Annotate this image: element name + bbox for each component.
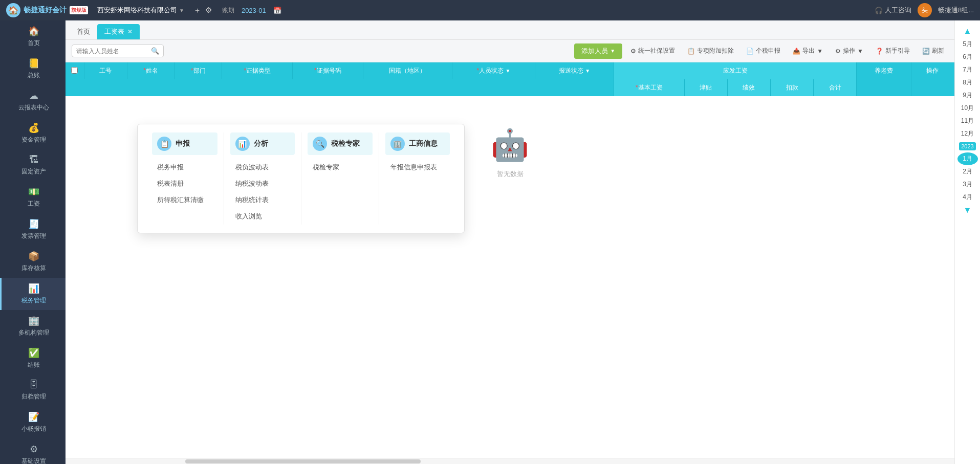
social-insurance-action[interactable]: ⚙ 统一社保设置 xyxy=(626,45,679,57)
operations-action[interactable]: ⚙ 操作 ▼ xyxy=(831,45,867,57)
tab-home[interactable]: 首页 xyxy=(70,24,97,39)
sidebar-item-cloud-report[interactable]: ☁ 云报表中心 xyxy=(0,85,66,117)
sidebar-item-report-mini[interactable]: 📝 小畅报销 xyxy=(0,406,66,438)
th-ops-sub xyxy=(911,79,954,96)
nav-up-icon[interactable]: ▲ xyxy=(962,25,974,38)
sidebar-item-fixed-asset[interactable]: 🏗 固定资产 xyxy=(0,149,66,181)
calendar-icon[interactable]: 📅 xyxy=(273,7,281,14)
tab-home-label: 首页 xyxy=(77,27,90,36)
settle-icon: ✅ xyxy=(28,347,39,359)
month-10[interactable]: 10月 xyxy=(957,102,978,115)
menu-header-analysis: 📊 分析 xyxy=(230,132,295,155)
month-5[interactable]: 5月 xyxy=(957,38,978,51)
table-wrapper: 工号 *姓名 *部门 *证据类型 *证据号码 国籍（地区） *人员状态 ▼ 报送… xyxy=(66,62,954,458)
toolbar: 🔍 添加人员 ▼ ⚙ 统一社保设置 📋 专项附加扣除 📄 个税申报 📤 导出 xyxy=(66,40,954,62)
month-1[interactable]: 1月 xyxy=(957,152,978,165)
menu-item-annual-report[interactable]: 年报信息申报表 xyxy=(385,159,450,175)
sidebar-item-label: 云报表中心 xyxy=(18,103,49,112)
month-4[interactable]: 4月 xyxy=(957,191,978,204)
tab-close-icon[interactable]: ✕ xyxy=(127,28,133,35)
search-input[interactable] xyxy=(76,48,148,55)
month-6[interactable]: 6月 xyxy=(957,51,978,63)
no-data-icon: 🤖 xyxy=(491,127,529,163)
menu-item-tax-report[interactable]: 税务申报 xyxy=(152,159,217,175)
sidebar-item-basic-settings[interactable]: ⚙ 基础设置 xyxy=(0,438,66,464)
add-icon[interactable]: ＋ xyxy=(193,6,201,15)
export-icon: 📤 xyxy=(793,48,800,55)
cloud-icon: ☁ xyxy=(29,90,38,101)
th-base-salary: *基本工资 xyxy=(614,79,684,96)
sidebar-item-settle[interactable]: ✅ 结账 xyxy=(0,342,66,374)
special-deduct-action[interactable]: 📋 专项附加扣除 xyxy=(683,45,738,57)
menu-item-tax-check[interactable]: 税检专家 xyxy=(308,159,373,175)
month-12[interactable]: 12月 xyxy=(957,127,978,140)
new-guide-action[interactable]: ❓ 新手引导 xyxy=(872,45,914,57)
period-label: 账期 xyxy=(222,6,234,15)
year-badge-2023: 2023 xyxy=(959,142,975,150)
sidebar-item-label: 库存核算 xyxy=(21,264,46,273)
menu-item-income-browse[interactable]: 收入浏览 xyxy=(230,208,295,225)
refresh-icon: 🔄 xyxy=(922,48,930,55)
add-person-label: 添加人员 xyxy=(581,47,608,56)
company-name: 西安虾米网络科技有限公司 xyxy=(97,6,177,15)
company-selector[interactable]: 西安虾米网络科技有限公司 ▼ xyxy=(97,6,184,15)
user-name[interactable]: 畅捷通8组... xyxy=(938,6,974,15)
tax-report-action[interactable]: 📄 个税申报 xyxy=(742,45,785,57)
sidebar-item-fund[interactable]: 💰 资金管理 xyxy=(0,117,66,149)
bottom-scroll xyxy=(66,458,954,464)
menu-header-biz-info-label: 工商信息 xyxy=(409,139,438,148)
sidebar-item-label: 固定资产 xyxy=(21,167,46,176)
sidebar-item-salary[interactable]: 💵 工资 xyxy=(0,181,66,213)
month-8[interactable]: 8月 xyxy=(957,76,978,89)
tax-report-label: 个税申报 xyxy=(756,47,780,55)
export-action[interactable]: 📤 导出 ▼ xyxy=(789,45,827,57)
th-empty xyxy=(66,79,614,96)
menu-item-tax-stats[interactable]: 纳税统计表 xyxy=(230,192,295,208)
chevron-down-icon: ▼ xyxy=(179,8,184,13)
month-3[interactable]: 3月 xyxy=(957,178,978,191)
sidebar-item-invoice[interactable]: 🧾 发票管理 xyxy=(0,213,66,246)
sidebar-item-archive[interactable]: 🗄 归档管理 xyxy=(0,374,66,406)
sidebar-item-inventory[interactable]: 📦 库存核算 xyxy=(0,246,66,278)
sidebar-item-home[interactable]: 🏠 首页 xyxy=(0,20,66,53)
table-header-row: 工号 *姓名 *部门 *证据类型 *证据号码 国籍（地区） *人员状态 ▼ 报送… xyxy=(66,62,954,79)
sidebar-item-multi-org[interactable]: 🏢 多机构管理 xyxy=(0,310,66,342)
invoice-icon: 🧾 xyxy=(28,218,39,230)
th-id-number: *证据号码 xyxy=(293,62,363,79)
special-deduct-label: 专项附加扣除 xyxy=(697,47,734,55)
operations-label: 操作 xyxy=(843,47,855,55)
menu-header-tax-expert: 🔍 税检专家 xyxy=(308,132,373,155)
sidebar-item-label: 税务管理 xyxy=(21,296,46,305)
inventory-icon: 📦 xyxy=(28,251,39,262)
month-11[interactable]: 11月 xyxy=(957,115,978,127)
menu-item-income-tax-calc[interactable]: 所得税汇算清缴 xyxy=(152,192,217,208)
dropdown-arrow-icon: ▼ xyxy=(610,48,615,54)
operations-icon: ⚙ xyxy=(835,48,841,55)
menu-item-tax-income-wave[interactable]: 纳税波动表 xyxy=(230,175,295,192)
month-7[interactable]: 7月 xyxy=(957,63,978,76)
month-2[interactable]: 2月 xyxy=(957,165,978,178)
scroll-thumb[interactable] xyxy=(185,459,421,463)
select-all-checkbox[interactable] xyxy=(66,62,84,79)
sidebar-item-ledger[interactable]: 📒 总账 xyxy=(0,53,66,85)
operations-arrow-icon: ▼ xyxy=(857,48,863,55)
menu-item-tax-wave[interactable]: 税负波动表 xyxy=(230,159,295,175)
sidebar-item-tax[interactable]: 📊 税务管理 xyxy=(0,278,66,310)
menu-header-report: 📋 申报 xyxy=(152,132,217,155)
month-9[interactable]: 9月 xyxy=(957,89,978,102)
menu-header-tax-expert-label: 税检专家 xyxy=(331,139,360,148)
refresh-action[interactable]: 🔄 刷新 xyxy=(918,45,948,57)
add-person-button[interactable]: 添加人员 ▼ xyxy=(574,43,622,59)
content-area: 首页 工资表 ✕ 🔍 添加人员 ▼ ⚙ 统一社保设置 📋 xyxy=(66,20,954,464)
refresh-label: 刷新 xyxy=(932,47,944,55)
service-button[interactable]: 🎧 人工咨询 xyxy=(875,6,911,15)
th-number: 工号 xyxy=(84,62,127,79)
menu-item-tax-table[interactable]: 税表清册 xyxy=(152,175,217,192)
th-allowance: 津贴 xyxy=(684,79,727,96)
tab-salary[interactable]: 工资表 ✕ xyxy=(97,24,140,39)
fund-icon: 💰 xyxy=(28,122,39,134)
nav-down-icon[interactable]: ▼ xyxy=(962,204,974,217)
menu-header-analysis-label: 分析 xyxy=(254,139,268,148)
settings-icon[interactable]: ⚙ xyxy=(205,6,212,15)
sidebar-item-label: 首页 xyxy=(28,39,40,48)
